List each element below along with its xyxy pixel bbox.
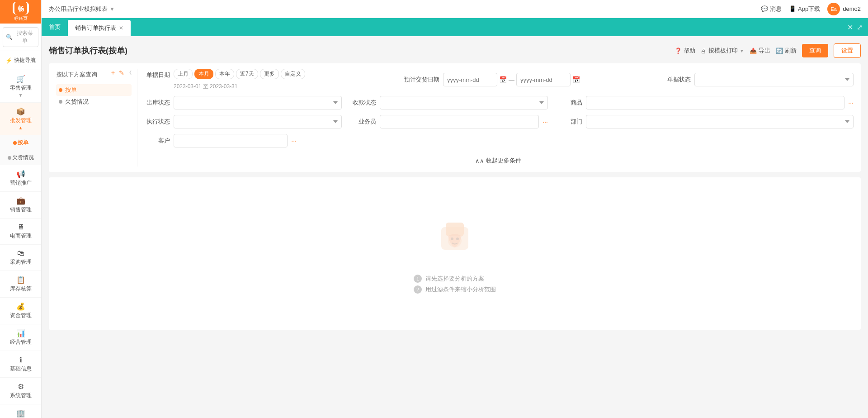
- sidebar: 畅 标账页 🔍 搜索菜单 ⚡ 快捷导航 🛒 零售管理 ▼ 📦 批发管理 ▲: [0, 0, 42, 418]
- order-status-select[interactable]: [694, 73, 854, 86]
- tag-current-month[interactable]: 本月: [194, 69, 213, 79]
- tab-close-icon[interactable]: ✕: [119, 25, 123, 31]
- retail-icon: 🛒: [16, 75, 25, 83]
- page-header: 销售订单执行表(按单) ❓ 帮助 🖨 按模板打印 ▼ 📤 导出: [49, 43, 861, 58]
- refresh-icon: 🔄: [776, 48, 783, 54]
- goods-more-icon[interactable]: ···: [848, 99, 854, 106]
- filter-row-4: 客户 ···: [143, 134, 854, 147]
- add-scheme-icon[interactable]: ＋: [110, 69, 116, 77]
- operation-icon: 📊: [16, 329, 25, 337]
- scheme-debt-dot: [59, 100, 62, 104]
- salesperson-input[interactable]: [380, 115, 539, 128]
- expected-date-to[interactable]: [516, 73, 571, 86]
- scheme-order-label: 按单: [65, 86, 77, 94]
- department-select[interactable]: [586, 115, 854, 128]
- empty-state: 1 请先选择要分析的方案 2 用过滤条件来缩小分析范围: [49, 177, 861, 330]
- customer-label: 客户: [143, 137, 170, 145]
- sidebar-item-base[interactable]: ℹ 基础信息: [0, 351, 41, 378]
- goods-input[interactable]: [586, 96, 844, 109]
- sidebar-menu: 🛒 零售管理 ▼ 📦 批发管理 ▲ 按单 欠货情况 📢 营销推广: [0, 70, 41, 418]
- refresh-btn[interactable]: 🔄 刷新: [776, 47, 797, 55]
- template-print-label: 按模板打印: [708, 47, 738, 55]
- tabbar-right: ✕ ⤢: [847, 23, 868, 32]
- date-range-text: 2023-03-01 至 2023-03-31: [174, 83, 237, 90]
- tabbar-close-btn[interactable]: ✕: [847, 23, 853, 32]
- tag-custom[interactable]: 自定义: [281, 69, 305, 79]
- customer-input[interactable]: [174, 134, 288, 147]
- topbar-user[interactable]: Ea demo2: [827, 3, 861, 15]
- sidebar-item-wholesale[interactable]: 📦 批发管理 ▲: [0, 103, 41, 135]
- base-icon: ℹ: [19, 356, 22, 364]
- tip-2-text: 用过滤条件来缩小分析范围: [425, 285, 496, 294]
- execution-status-label: 执行状态: [143, 118, 170, 126]
- tag-last-7[interactable]: 近7天: [236, 69, 258, 79]
- sidebar-item-enterprise[interactable]: 🏢 企业协同: [0, 404, 41, 418]
- topbar-message-btn[interactable]: 💬 消息: [761, 5, 782, 13]
- sidebar-item-quick-nav[interactable]: ⚡ 快捷导航: [0, 53, 41, 68]
- filter-scheme-actions: ＋ ✎ 《: [110, 69, 132, 77]
- sidebar-item-inventory[interactable]: 📋 库存核算: [0, 271, 41, 298]
- settings-btn[interactable]: 设置: [834, 43, 861, 58]
- search-menu-button[interactable]: 🔍 搜索菜单: [3, 27, 38, 47]
- print-expand-icon[interactable]: ▼: [740, 48, 744, 53]
- filter-row-1: 单据日期 上月 本月 本年 近7天 更多 自定义: [143, 69, 854, 90]
- sidebar-item-debt[interactable]: 欠货情况: [0, 150, 41, 165]
- tab-sales-order[interactable]: 销售订单执行表 ✕: [68, 20, 131, 36]
- filter-collapse-btn[interactable]: ∧∧ 收起更多条件: [143, 153, 854, 166]
- collapse-up-icon: ∧∧: [475, 157, 484, 164]
- search-menu-label: 搜索菜单: [14, 29, 35, 45]
- topbar: 办公用品行业模拟账表 ▼ 💬 消息 📱 App下载 Ea demo2: [42, 0, 868, 18]
- edit-scheme-icon[interactable]: ✎: [119, 69, 124, 76]
- message-icon: 💬: [761, 5, 768, 12]
- sidebar-item-operation[interactable]: 📊 经营管理: [0, 324, 41, 351]
- filter-execution-status: 执行状态: [143, 115, 342, 128]
- inventory-icon: 📋: [16, 276, 25, 284]
- execution-status-select[interactable]: [174, 115, 342, 128]
- avatar-initials: Ea: [831, 6, 837, 12]
- sidebar-item-purchase[interactable]: 🛍 采购管理: [0, 245, 41, 271]
- delivery-status-select[interactable]: [174, 96, 342, 109]
- sidebar-item-inventory-label: 库存核算: [10, 285, 32, 293]
- tag-current-year[interactable]: 本年: [215, 69, 234, 79]
- scheme-debt-item[interactable]: 欠货情况: [56, 96, 132, 108]
- sidebar-item-finance[interactable]: 💰 资金管理: [0, 298, 41, 324]
- scheme-debt-label: 欠货情况: [65, 98, 89, 106]
- sidebar-item-order[interactable]: 按单: [0, 135, 41, 150]
- topbar-message-label: 消息: [770, 5, 782, 13]
- tabbar-expand-btn[interactable]: ⤢: [857, 23, 863, 32]
- topbar-right: 💬 消息 📱 App下载 Ea demo2: [761, 3, 861, 15]
- help-label: 帮助: [684, 47, 695, 55]
- payment-status-select[interactable]: [380, 96, 548, 109]
- template-print-btn[interactable]: 🖨 按模板打印 ▼: [701, 47, 744, 55]
- salesperson-more-icon[interactable]: ···: [542, 118, 548, 125]
- sidebar-item-retail[interactable]: 🛒 零售管理 ▼: [0, 70, 41, 103]
- topbar-title-arrow[interactable]: ▼: [109, 6, 115, 12]
- sidebar-item-ecommerce[interactable]: 🖥 电商管理: [0, 218, 41, 245]
- filter-goods: 商品 ···: [555, 96, 854, 109]
- sidebar-item-sales[interactable]: 💼 销售管理: [0, 192, 41, 218]
- sidebar-item-marketing[interactable]: 📢 营销推广: [0, 165, 41, 192]
- sidebar-item-ecommerce-label: 电商管理: [10, 232, 32, 240]
- search-btn[interactable]: 查询: [802, 44, 828, 57]
- tag-more[interactable]: 更多: [260, 69, 279, 79]
- collapse-scheme-icon[interactable]: 《: [127, 70, 132, 76]
- help-btn[interactable]: ❓ 帮助: [675, 47, 695, 55]
- app-download-icon: 📱: [789, 5, 796, 12]
- tab-home[interactable]: 首页: [42, 18, 68, 36]
- customer-more-icon[interactable]: ···: [291, 137, 297, 144]
- calendar-from-icon[interactable]: 📅: [499, 76, 507, 83]
- main-area: 办公用品行业模拟账表 ▼ 💬 消息 📱 App下载 Ea demo2 首页: [42, 0, 868, 418]
- expected-date-from[interactable]: [443, 73, 497, 86]
- quick-nav-section: ⚡ 快捷导航: [0, 51, 41, 70]
- topbar-app-btn[interactable]: 📱 App下载: [789, 5, 820, 13]
- tab-home-label: 首页: [49, 23, 61, 31]
- date-label: 单据日期: [143, 71, 170, 79]
- calendar-to-icon[interactable]: 📅: [572, 76, 580, 83]
- sidebar-item-marketing-label: 营销推广: [10, 179, 32, 187]
- scheme-order-item[interactable]: 按单: [56, 84, 132, 96]
- topbar-title: 办公用品行业模拟账表 ▼: [49, 5, 115, 13]
- tag-last-month[interactable]: 上月: [174, 69, 193, 79]
- sidebar-item-system[interactable]: ⚙ 系统管理: [0, 378, 41, 404]
- export-btn[interactable]: 📤 导出: [750, 47, 770, 55]
- sidebar-item-retail-label: 零售管理: [10, 84, 32, 92]
